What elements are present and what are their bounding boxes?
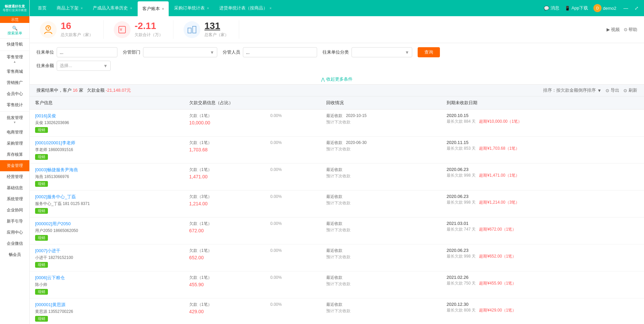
- collection-next-4: 预计下次收款: [326, 227, 436, 233]
- customer-name-link-5[interactable]: [0007]小进干: [35, 248, 60, 253]
- message-button[interactable]: 💬 消息: [544, 5, 559, 11]
- overdue-date-val-3: 2020.06.23: [447, 194, 639, 199]
- sidebar-item-retail-mgmt[interactable]: 零售管理 ▲: [0, 52, 29, 66]
- collapse-icon: ⋀: [321, 77, 325, 82]
- sort-select[interactable]: 排序：按欠款金额倒序排序 ▼: [543, 87, 601, 93]
- sidebar-item-member[interactable]: 会员中心: [0, 88, 29, 99]
- unit-category-label: 往来单位分类: [323, 49, 349, 55]
- overdue-detail-6: 最长欠款 750 天 超期¥455.90（1笔）: [447, 281, 639, 286]
- tab-purchase-order[interactable]: 采购订单统计表 ×: [169, 0, 214, 16]
- overdue-link-6[interactable]: 超期¥455.90（1笔）: [479, 281, 516, 286]
- user-menu[interactable]: D demo2: [593, 4, 616, 12]
- help-button[interactable]: ⊙ 帮助: [624, 27, 637, 33]
- sidebar-item-enterprise[interactable]: 企业协同: [0, 205, 29, 216]
- sidebar-item-purchase[interactable]: 采购管理: [0, 138, 29, 149]
- sidebar-item-ops[interactable]: 经营管理: [0, 171, 29, 182]
- sidebar-item-quick-nav[interactable]: 快捷导航: [0, 39, 29, 50]
- result-count-suffix: 家: [79, 88, 83, 93]
- debt-ratio-val-2: 0.00%: [270, 167, 282, 172]
- balance-select[interactable]: 选择... ▼: [57, 61, 111, 71]
- customer-name-link-3[interactable]: [0002]服务中心_丁磊: [35, 194, 76, 199]
- logo-line2: 母婴行业演示账套: [3, 8, 27, 12]
- finance-label: 资金管理: [7, 163, 23, 169]
- manager-label: 分管人员: [223, 49, 240, 55]
- tab-product-shelf[interactable]: 商品上下架 ×: [52, 0, 87, 16]
- tab-purchase-order-close[interactable]: ×: [207, 6, 209, 10]
- user-label: demo2: [603, 6, 616, 11]
- sidebar-item-finance[interactable]: 资金管理: [0, 160, 29, 171]
- search-button[interactable]: 查询: [418, 47, 440, 57]
- debt-count-1: 欠款（1笔）: [189, 140, 257, 146]
- tab-customer-account[interactable]: 客户账本 ×: [138, 1, 169, 16]
- cell-collection-1: 最近收款 2020-06-30 预计下次收款: [321, 137, 441, 164]
- debt-amount-val-6: 455.90: [189, 282, 204, 287]
- sidebar-item-beginner[interactable]: 新手引导: [0, 216, 29, 227]
- collection-label-1: 最近收款 2020-06-30: [326, 140, 436, 146]
- collapse-bar[interactable]: ⋀ 收起更多条件: [36, 74, 637, 84]
- debt-customers-icon: ¥: [40, 21, 57, 38]
- cell-debt-1: 欠款（1笔） 1,703.68: [184, 137, 262, 164]
- unit-category-select[interactable]: ▼: [352, 47, 412, 57]
- tab-product-history-close[interactable]: ×: [130, 6, 132, 10]
- from-unit-input[interactable]: ...: [57, 47, 117, 57]
- stat-debt-amount: ¥ -2.11 欠款合计（万）: [104, 20, 173, 39]
- video-button[interactable]: ▶ 视频: [607, 27, 620, 33]
- sidebar-item-app-center[interactable]: 应用中心: [0, 227, 29, 238]
- search-menu[interactable]: 🔍 搜索菜单: [0, 23, 29, 39]
- filter-row-1: 往来单位 ... 分管部门 ▼ 分管人员 ... 往来单位分类: [36, 47, 637, 57]
- svg-text:¥: ¥: [119, 27, 122, 32]
- customer-name-link-6[interactable]: [0006]云下粮仓: [35, 275, 65, 280]
- customer-tag-2: 现销: [35, 181, 48, 187]
- batch-mgmt-label: 批发管理: [7, 115, 23, 121]
- cell-debt-5: 欠款（1笔） 652.00: [184, 244, 262, 271]
- header-right: 💬 消息 📱 App下载 D demo2 — ⤢: [544, 4, 641, 12]
- tab-customer-account-close[interactable]: ×: [162, 7, 164, 11]
- customer-name-link-7[interactable]: [000001]黄思源: [35, 302, 65, 307]
- cell-collection-7: 最近收款 预计下次收款: [321, 298, 441, 324]
- export-button[interactable]: ⊙ 导出: [606, 87, 619, 93]
- overdue-link-5[interactable]: 超期¥652.00（1笔）: [479, 254, 516, 259]
- app-download-button[interactable]: 📱 App下载: [565, 5, 588, 11]
- overdue-link-4[interactable]: 超期¥672.00（1笔）: [479, 227, 516, 232]
- dept-arrow: ▼: [210, 50, 214, 55]
- minimize-button[interactable]: —: [622, 4, 630, 12]
- refresh-button[interactable]: ⊙ 刷新: [623, 87, 637, 93]
- tab-purchase-stats[interactable]: 进货单统计表（按商品） ×: [215, 0, 276, 16]
- sidebar-item-retail-stats[interactable]: 零售统计: [0, 99, 29, 111]
- overdue-link-1[interactable]: 超期¥1,703.68（1笔）: [479, 146, 520, 151]
- overdue-link-7[interactable]: 超期¥429.00（1笔）: [479, 308, 516, 313]
- search-menu-label: 搜索菜单: [2, 31, 27, 36]
- tab-purchase-stats-close[interactable]: ×: [270, 6, 272, 10]
- sidebar-item-retail-mall[interactable]: 零售商城: [0, 66, 29, 77]
- overdue-link-3[interactable]: 超期¥1,214.00（3笔）: [479, 200, 520, 205]
- sidebar-item-inventory[interactable]: 库存核算: [0, 149, 29, 160]
- overdue-link-2[interactable]: 超期¥1,471.00（1笔）: [479, 173, 520, 178]
- customer-name-link-0[interactable]: [0016]吴俊: [35, 113, 56, 118]
- maximize-button[interactable]: ⤢: [633, 4, 641, 12]
- overdue-link-0[interactable]: 超期¥10,000.00（1笔）: [479, 119, 522, 124]
- customer-name-link-4[interactable]: [000002]用户2050: [35, 221, 71, 226]
- tab-home[interactable]: 首页: [33, 0, 51, 16]
- sidebar-item-marketing[interactable]: 营销推广: [0, 77, 29, 88]
- debt-count-5: 欠款（1笔）: [189, 248, 257, 254]
- manager-input[interactable]: ...: [243, 47, 317, 57]
- dept-select[interactable]: ▼: [143, 47, 217, 57]
- customer-name-link-2[interactable]: [0003]畅捷服务尹海燕: [35, 167, 78, 172]
- tab-product-shelf-close[interactable]: ×: [81, 6, 83, 10]
- sidebar-item-vip[interactable]: 畅会员: [0, 249, 29, 260]
- cell-debt-0: 欠款（1笔） 10,000.00: [184, 110, 262, 137]
- customer-tag-0: 现销: [35, 127, 48, 133]
- sidebar-item-enterprise-wechat[interactable]: 企业微信: [0, 238, 29, 249]
- customer-name-link-1[interactable]: [0001020001]李老师: [35, 140, 75, 145]
- stat-debt-customers-value: 16: [61, 21, 93, 31]
- sidebar-item-batch-mgmt[interactable]: 批发管理 ▼: [0, 112, 29, 127]
- sidebar-item-ecom[interactable]: 电商管理: [0, 127, 29, 138]
- sidebar-item-basic[interactable]: 基础信息: [0, 182, 29, 194]
- balance-arrow: ▼: [103, 63, 108, 68]
- sidebar-item-sys[interactable]: 系统管理: [0, 194, 29, 205]
- tab-bar: 首页 商品上下架 × 产成品入库单历史 × 客户账本 × 采购订单统计表 × 进…: [30, 0, 644, 16]
- tab-home-label: 首页: [38, 5, 47, 11]
- tab-product-history[interactable]: 产成品入库单历史 ×: [88, 0, 137, 16]
- customer-tag-5: 现销: [35, 262, 48, 268]
- cell-overdue-3: 2020.06.23 最长欠款 998 天 超期¥1,214.00（3笔）: [441, 190, 644, 217]
